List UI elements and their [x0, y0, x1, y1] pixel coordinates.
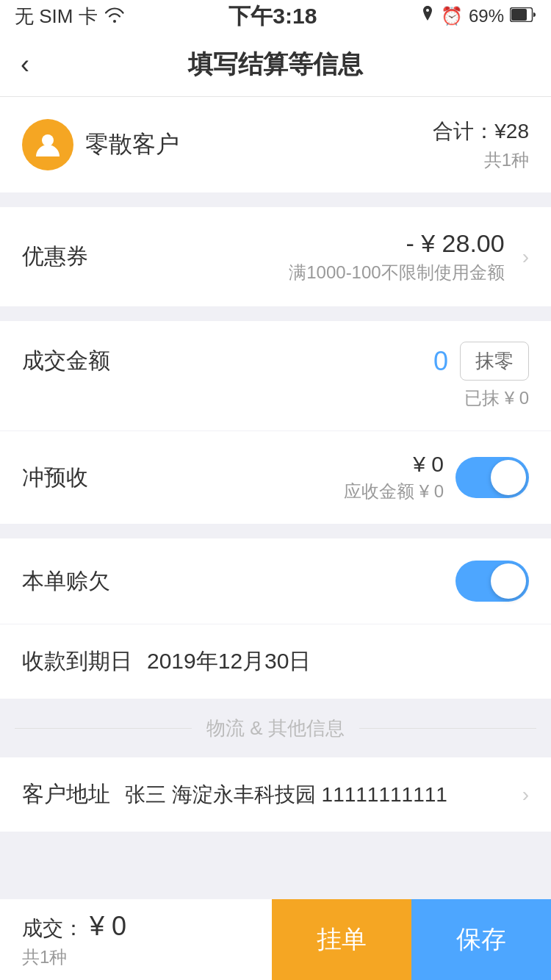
bottom-transaction-label: 成交： — [22, 915, 84, 943]
status-right: ⏰ 69% — [420, 6, 536, 26]
divider-2 — [0, 306, 551, 321]
svg-point-2 — [42, 134, 54, 146]
credit-label: 本单赊欠 — [22, 566, 110, 597]
ta-label: 成交金额 — [22, 346, 110, 376]
address-row[interactable]: 客户地址 张三 海淀永丰科技园 11111111111 › — [0, 757, 551, 832]
logistics-divider: 物流 & 其他信息 — [0, 699, 551, 757]
coupon-chevron: › — [522, 245, 529, 269]
ta-right: 0 抹零 — [433, 342, 529, 381]
hold-button[interactable]: 挂单 — [272, 899, 411, 980]
due-date-value: 2019年12月30日 — [147, 646, 311, 677]
coupon-desc: 满1000-100不限制使用金额 — [289, 261, 504, 284]
credit-row: 本单赊欠 — [0, 538, 551, 624]
pr-value-block: ¥ 0 应收金额 ¥ 0 — [344, 452, 444, 503]
location-icon — [420, 6, 435, 26]
status-time: 下午3:18 — [228, 1, 317, 32]
transaction-section: 成交金额 0 抹零 已抹 ¥ 0 冲预收 ¥ 0 应收金额 ¥ 0 — [0, 321, 551, 524]
transaction-amount-row: 成交金额 0 抹零 已抹 ¥ 0 — [0, 321, 551, 431]
alarm-icon: ⏰ — [441, 6, 463, 26]
round-button[interactable]: 抹零 — [460, 342, 529, 381]
prepay-toggle[interactable] — [455, 457, 529, 498]
address-section: 客户地址 张三 海淀永丰科技园 11111111111 › — [0, 757, 551, 832]
item-count: 共1种 — [433, 148, 529, 172]
coupon-section: 优惠券 - ¥ 28.00 满1000-100不限制使用金额 › — [0, 207, 551, 306]
battery-icon — [510, 6, 536, 26]
pr-top: 冲预收 ¥ 0 应收金额 ¥ 0 — [22, 452, 529, 503]
logistics-text: 物流 & 其他信息 — [206, 716, 345, 741]
customer-info: 零散客户 — [22, 119, 179, 170]
battery-text: 69% — [469, 6, 504, 26]
svg-rect-1 — [511, 9, 527, 21]
coupon-row[interactable]: 优惠券 - ¥ 28.00 满1000-100不限制使用金额 › — [0, 207, 551, 306]
address-chevron: › — [522, 783, 529, 807]
nav-title: 填写结算等信息 — [188, 48, 363, 82]
due-date-label: 收款到期日 — [22, 646, 132, 677]
bottom-transaction-amount: ¥ 0 — [90, 911, 126, 942]
prepay-row: 冲预收 ¥ 0 应收金额 ¥ 0 — [0, 431, 551, 524]
coupon-amount: - ¥ 28.00 — [289, 229, 504, 258]
credit-toggle-knob — [491, 563, 526, 599]
coupon-right: - ¥ 28.00 满1000-100不限制使用金额 › — [88, 229, 529, 284]
prepay-amount: ¥ 0 — [344, 452, 444, 477]
no-sim-text: 无 SIM 卡 — [15, 4, 98, 29]
ta-bottom: 已抹 ¥ 0 — [22, 386, 529, 410]
toggle-knob — [491, 460, 526, 495]
bottom-item-count: 共1种 — [22, 945, 250, 969]
customer-total: 合计：¥28 共1种 — [433, 118, 529, 172]
back-button[interactable]: ‹ — [21, 49, 29, 80]
bottom-info: 成交： ¥ 0 共1种 — [0, 911, 272, 969]
save-button[interactable]: 保存 — [411, 899, 551, 980]
address-value: 张三 海淀永丰科技园 11111111111 — [125, 781, 502, 809]
bottom-bar: 成交： ¥ 0 共1种 挂单 保存 — [0, 899, 551, 980]
customer-avatar — [22, 119, 73, 170]
line-left — [15, 728, 192, 729]
due-date-row: 收款到期日 2019年12月30日 — [0, 624, 551, 699]
line-right — [359, 728, 536, 729]
divider-1 — [0, 192, 551, 207]
coupon-value-block: - ¥ 28.00 满1000-100不限制使用金额 — [289, 229, 504, 284]
total-amount: 合计：¥28 — [433, 118, 529, 145]
status-left: 无 SIM 卡 — [15, 4, 126, 29]
status-bar: 无 SIM 卡 下午3:18 ⏰ 69% — [0, 0, 551, 32]
prepay-sub: 应收金额 ¥ 0 — [344, 480, 444, 503]
credit-section: 本单赊欠 收款到期日 2019年12月30日 — [0, 538, 551, 699]
address-label: 客户地址 — [22, 779, 110, 810]
content-area: 零散客户 合计：¥28 共1种 优惠券 - ¥ 28.00 满1000-100不… — [0, 97, 551, 979]
ta-top: 成交金额 0 抹零 — [22, 342, 529, 381]
credit-toggle[interactable] — [455, 561, 529, 602]
prepay-label: 冲预收 — [22, 463, 88, 493]
coupon-label: 优惠券 — [22, 242, 88, 272]
customer-section: 零散客户 合计：¥28 共1种 — [0, 97, 551, 192]
customer-name: 零散客户 — [85, 129, 179, 161]
pr-right: ¥ 0 应收金额 ¥ 0 — [344, 452, 529, 503]
divider-3 — [0, 524, 551, 538]
nav-bar: ‹ 填写结算等信息 — [0, 32, 551, 97]
wifi-icon — [104, 5, 126, 28]
ta-value: 0 — [433, 346, 448, 377]
